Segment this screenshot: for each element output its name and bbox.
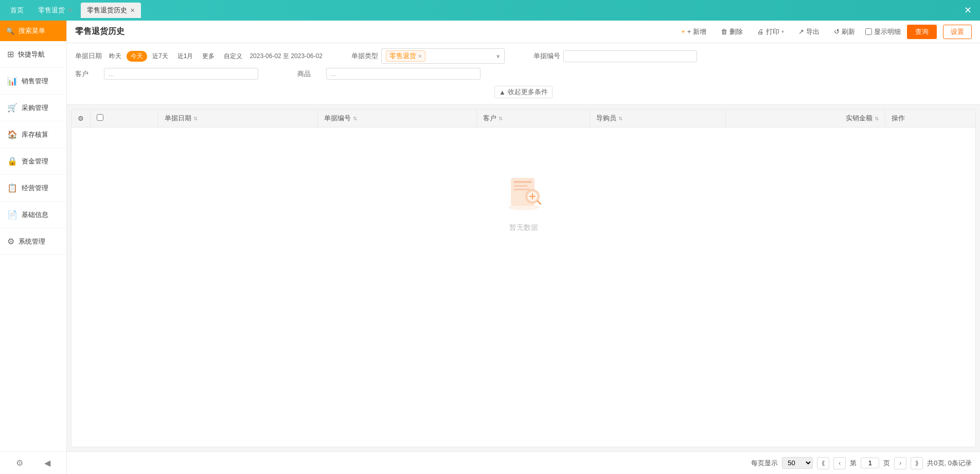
tab-home[interactable]: 首页 xyxy=(4,3,30,18)
delete-button[interactable]: 🗑 删除 xyxy=(717,25,747,39)
date-buttons: 昨天 今天 近7天 近1月 更多 自定义 xyxy=(105,51,246,62)
tab-retail-return-history[interactable]: 零售退货历史 ✕ xyxy=(81,3,141,18)
pagination-bar: 每页显示 50 100 200 ⟪ ‹ 第 页 › ⟫ 共0页, 0条记录 xyxy=(67,451,980,474)
inventory-icon: 🏠 xyxy=(7,130,17,139)
date-btn-more[interactable]: 更多 xyxy=(198,51,219,62)
new-icon: + xyxy=(681,28,685,35)
sidebar-item-system[interactable]: ⚙ 系统管理 xyxy=(0,228,66,255)
th-op: 操作 xyxy=(885,110,975,127)
page-first-button[interactable]: ⟪ xyxy=(817,457,829,469)
export-button[interactable]: ↗ 导出 xyxy=(794,25,824,39)
main-layout: 🔍 搜索菜单 ⊞ 快捷导航 📊 销售管理 🛒 采购管理 🏠 库存核算 🔒 资金管… xyxy=(0,21,980,474)
refresh-icon: ↺ xyxy=(834,28,840,35)
page-title: 零售退货历史 xyxy=(75,26,677,37)
select-all-checkbox[interactable] xyxy=(97,114,103,121)
sidebar-search[interactable]: 🔍 搜索菜单 xyxy=(0,21,66,41)
pagination-total: 共0页, 0条记录 xyxy=(927,459,972,468)
close-tab-retail-return-history[interactable]: ✕ xyxy=(130,7,135,14)
collapse-arrow-icon: ▲ xyxy=(499,88,506,96)
tab-retail-return[interactable]: 零售退货 ✕ xyxy=(32,3,79,18)
svg-rect-3 xyxy=(513,185,528,187)
customer-label: 客户 xyxy=(75,69,101,79)
sidebar-item-quick-nav[interactable]: ⊞ 快捷导航 xyxy=(0,41,66,68)
goods-select[interactable]: ... xyxy=(326,68,480,80)
table-container: ⚙ 单据日期 ⇅ 单据编号 xyxy=(71,109,976,447)
collapse-row: ▲ 收起更多条件 xyxy=(75,84,972,101)
sidebar-item-finance[interactable]: 🔒 资金管理 xyxy=(0,148,66,175)
show-detail-input[interactable] xyxy=(865,28,872,35)
filter-area: 单据日期 昨天 今天 近7天 近1月 更多 自定义 2023-06-02 至 2… xyxy=(67,43,980,105)
delete-icon: 🗑 xyxy=(721,28,727,35)
sidebar-item-inventory[interactable]: 🏠 库存核算 xyxy=(0,121,66,148)
th-guide[interactable]: 导购员 ⇅ xyxy=(590,110,725,127)
collapse-button[interactable]: ▲ 收起更多条件 xyxy=(494,86,553,98)
gear-icon[interactable]: ⚙ xyxy=(78,115,84,122)
date-btn-yesterday[interactable]: 昨天 xyxy=(105,51,126,62)
voucher-no-input[interactable] xyxy=(563,50,697,62)
filter-date: 单据日期 昨天 今天 近7天 近1月 更多 自定义 2023-06-02 至 2… xyxy=(75,51,323,62)
th-gear[interactable]: ⚙ xyxy=(72,110,91,127)
date-range-display: 2023-06-02 至 2023-06-02 xyxy=(250,52,322,61)
data-table: ⚙ 单据日期 ⇅ 单据编号 xyxy=(72,110,975,274)
sidebar-footer: ⚙ ◀ xyxy=(0,451,66,474)
print-dropdown-icon: ▾ xyxy=(781,29,784,34)
tag-close-icon[interactable]: ✕ xyxy=(418,53,422,59)
customer-select[interactable]: ... xyxy=(104,68,258,80)
query-button[interactable]: 查询 xyxy=(907,25,937,39)
date-label: 单据日期 xyxy=(75,51,102,61)
page-label: 第 xyxy=(850,459,857,468)
date-btn-7days[interactable]: 近7天 xyxy=(148,51,172,62)
sidebar-collapse-icon[interactable]: ◀ xyxy=(44,458,50,468)
setting-button[interactable]: 设置 xyxy=(943,25,972,39)
show-detail-checkbox[interactable]: 显示明细 xyxy=(865,27,901,37)
top-bar: 首页 零售退货 ✕ 零售退货历史 ✕ ✕ xyxy=(0,0,980,21)
search-icon: 🔍 xyxy=(6,27,14,35)
table-body: 暂无数据 xyxy=(72,127,975,274)
close-tab-retail-return[interactable]: ✕ xyxy=(68,7,73,14)
sales-icon: 📊 xyxy=(7,76,17,86)
operation-icon: 📋 xyxy=(7,183,17,193)
export-icon: ↗ xyxy=(798,28,804,35)
th-date[interactable]: 单据日期 ⇅ xyxy=(158,110,318,127)
sidebar-item-operation[interactable]: 📋 经营管理 xyxy=(0,175,66,202)
quick-nav-icon: ⊞ xyxy=(7,49,14,59)
refresh-button[interactable]: ↺ 刷新 xyxy=(830,25,859,39)
th-amount[interactable]: 实销金额 ⇅ xyxy=(726,110,885,127)
sidebar: 🔍 搜索菜单 ⊞ 快捷导航 📊 销售管理 🛒 采购管理 🏠 库存核算 🔒 资金管… xyxy=(0,21,67,474)
page-last-button[interactable]: ⟫ xyxy=(911,457,923,469)
svg-line-9 xyxy=(538,201,541,204)
select-dropdown-icon: ▾ xyxy=(496,52,500,60)
date-btn-custom[interactable]: 自定义 xyxy=(220,51,246,62)
date-btn-1month[interactable]: 近1月 xyxy=(173,51,198,62)
new-button[interactable]: + + 新增 xyxy=(677,25,710,39)
page-prev-button[interactable]: ‹ xyxy=(833,457,846,469)
sort-date-icon: ⇅ xyxy=(193,116,198,121)
sidebar-settings-icon[interactable]: ⚙ xyxy=(16,458,23,468)
sort-amount-icon: ⇅ xyxy=(875,116,879,121)
sort-guide-icon: ⇅ xyxy=(618,116,622,121)
sidebar-item-sales[interactable]: 📊 销售管理 xyxy=(0,68,66,95)
sidebar-item-purchase[interactable]: 🛒 采购管理 xyxy=(0,95,66,121)
th-checkbox[interactable] xyxy=(91,110,158,127)
empty-text: 暂无数据 xyxy=(509,223,538,232)
th-customer[interactable]: 客户 ⇅ xyxy=(477,110,590,127)
sort-customer-icon: ⇅ xyxy=(498,116,503,121)
date-btn-today[interactable]: 今天 xyxy=(127,51,147,62)
page-next-button[interactable]: › xyxy=(894,457,906,469)
filter-row-1: 单据日期 昨天 今天 近7天 近1月 更多 自定义 2023-06-02 至 2… xyxy=(75,48,972,64)
page-unit: 页 xyxy=(883,459,890,468)
table-header: ⚙ 单据日期 ⇅ 单据编号 xyxy=(72,110,975,127)
voucher-no-label: 单据编号 xyxy=(533,51,560,61)
voucher-type-select[interactable]: 零售退货 ✕ ▾ xyxy=(381,48,505,64)
voucher-type-label: 单据类型 xyxy=(351,51,378,61)
customer-placeholder: ... xyxy=(109,70,114,78)
page-input[interactable] xyxy=(861,458,879,468)
goods-placeholder: ... xyxy=(331,70,336,78)
print-button[interactable]: 🖨 打印 ▾ xyxy=(753,25,788,39)
per-page-label: 每页显示 xyxy=(751,459,778,468)
th-no[interactable]: 单据编号 ⇅ xyxy=(317,110,477,127)
per-page-select[interactable]: 50 100 200 xyxy=(782,457,813,469)
system-icon: ⚙ xyxy=(7,236,14,246)
close-window-button[interactable]: ✕ xyxy=(960,5,976,16)
sidebar-item-basic-info[interactable]: 📄 基础信息 xyxy=(0,202,66,228)
